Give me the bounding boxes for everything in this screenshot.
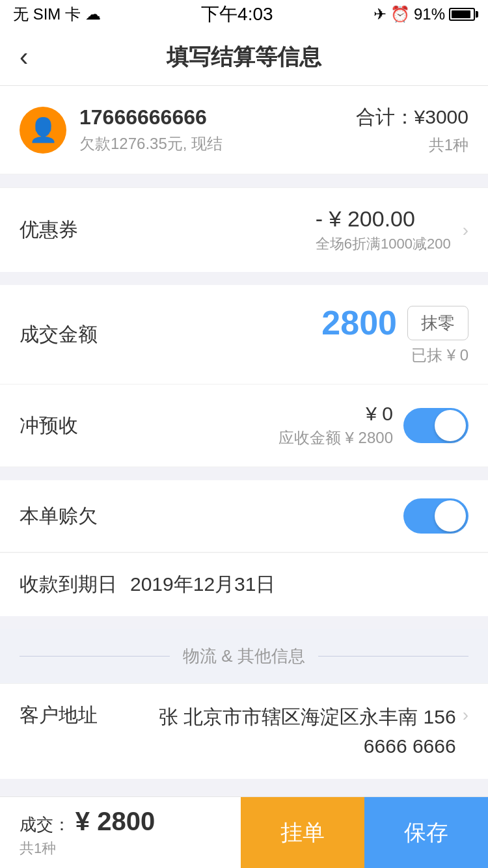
- deal-amount-label: 成交金额: [20, 321, 98, 348]
- customer-info: 17666666666 欠款1276.35元, 现结: [79, 105, 223, 154]
- coupon-discount: - ¥ 200.00: [316, 206, 451, 232]
- coupon-label: 优惠券: [20, 217, 78, 243]
- prepay-right-group: ¥ 0 应收金额 ¥ 2800: [278, 403, 468, 448]
- prepay-toggle[interactable]: [403, 408, 468, 443]
- coupon-right: - ¥ 200.00 全场6折满1000减200 ›: [316, 206, 468, 254]
- coupon-desc: 全场6折满1000减200: [316, 234, 451, 254]
- bottom-deal-line: 成交： ¥ 2800: [20, 807, 221, 836]
- bottom-summary: 成交： ¥ 2800 共1种: [0, 807, 241, 858]
- divider-line-left: [20, 656, 170, 657]
- page-title: 填写结算等信息: [167, 42, 321, 72]
- customer-debt: 欠款1276.35元, 现结: [79, 133, 223, 154]
- address-label: 客户地址: [20, 702, 98, 729]
- form-section-1: 成交金额 2800 抹零 已抹 ¥ 0 冲预收 ¥ 0 应收金额 ¥ 2800: [0, 285, 488, 467]
- form-section-2: 本单赊欠 收款到期日 2019年12月31日: [0, 480, 488, 616]
- due-date-row: 收款到期日 2019年12月31日: [0, 552, 488, 616]
- address-row[interactable]: 客户地址 张 北京市市辖区海淀区永丰南 156 6666 6666 ›: [0, 683, 488, 779]
- bottom-deal-amount: ¥ 2800: [75, 807, 155, 835]
- credit-toggle-knob: [435, 500, 466, 532]
- divider-line-right: [318, 656, 468, 657]
- section-divider-2: [0, 467, 488, 480]
- due-date-label: 收款到期日: [20, 571, 117, 598]
- prepay-sub: 应收金额 ¥ 2800: [278, 427, 393, 448]
- avatar: 👤: [20, 107, 66, 154]
- logistics-label: 物流 & 其他信息: [183, 645, 305, 668]
- nav-bar: ‹ 填写结算等信息: [0, 29, 488, 86]
- location-icon: ✈: [373, 5, 386, 23]
- status-left: 无 SIM 卡 ☁: [13, 4, 101, 25]
- credit-toggle[interactable]: [403, 498, 468, 534]
- toggle-knob: [435, 410, 466, 441]
- battery-percent: 91%: [414, 5, 445, 23]
- coupon-arrow-icon: ›: [463, 220, 468, 241]
- status-time: 下午4:03: [201, 2, 273, 27]
- pending-button[interactable]: 挂单: [241, 797, 364, 869]
- status-bar: 无 SIM 卡 ☁ 下午4:03 ✈ ⏰ 91%: [0, 0, 488, 29]
- content-area: 👤 17666666666 欠款1276.35元, 现结 合计：¥3000 共1…: [0, 86, 488, 868]
- credit-label: 本单赊欠: [20, 503, 98, 530]
- customer-card: 👤 17666666666 欠款1276.35元, 现结 合计：¥3000 共1…: [0, 86, 488, 174]
- address-right: 张 北京市市辖区海淀区永丰南 156 6666 6666 ›: [111, 702, 468, 761]
- avatar-icon: 👤: [29, 116, 58, 144]
- total-amount: 合计：¥3000: [356, 104, 468, 131]
- customer-right: 合计：¥3000 共1种: [356, 104, 468, 156]
- prepay-values: ¥ 0 应收金额 ¥ 2800: [278, 403, 393, 448]
- sim-status: 无 SIM 卡 ☁: [13, 4, 101, 25]
- deal-amount-row: 成交金额 2800 抹零 已抹 ¥ 0: [0, 285, 488, 385]
- save-button[interactable]: 保存: [364, 797, 488, 869]
- round-zero-button[interactable]: 抹零: [407, 306, 468, 340]
- due-date-value: 2019年12月31日: [130, 571, 275, 598]
- prepay-label: 冲预收: [20, 413, 78, 439]
- prepay-value: ¥ 0: [278, 403, 393, 425]
- bottom-deal-label: 成交：: [20, 815, 70, 834]
- coupon-row[interactable]: 优惠券 - ¥ 200.00 全场6折满1000减200 ›: [0, 187, 488, 272]
- bottom-bar: 成交： ¥ 2800 共1种 挂单 保存: [0, 796, 488, 868]
- section-divider-3: [0, 616, 488, 629]
- battery-icon: [449, 8, 475, 21]
- address-arrow-icon: ›: [463, 705, 468, 726]
- deal-amount-value: 2800: [321, 303, 397, 342]
- section-divider-1: [0, 272, 488, 285]
- credit-row: 本单赊欠: [0, 480, 488, 552]
- clock-icon: ⏰: [390, 5, 410, 23]
- status-right: ✈ ⏰ 91%: [373, 5, 475, 23]
- deal-amount-sub: 已抹 ¥ 0: [411, 345, 468, 366]
- customer-phone: 17666666666: [79, 105, 223, 129]
- address-text: 张 北京市市辖区海淀区永丰南 156 6666 6666: [111, 702, 456, 761]
- customer-left: 👤 17666666666 欠款1276.35元, 现结: [20, 105, 223, 154]
- total-count: 共1种: [356, 135, 468, 156]
- prepay-row: 冲预收 ¥ 0 应收金额 ¥ 2800: [0, 385, 488, 467]
- logistics-divider: 物流 & 其他信息: [0, 629, 488, 683]
- back-button[interactable]: ‹: [20, 42, 28, 72]
- deal-amount-right: 2800 抹零: [321, 303, 468, 342]
- bottom-count: 共1种: [20, 839, 221, 858]
